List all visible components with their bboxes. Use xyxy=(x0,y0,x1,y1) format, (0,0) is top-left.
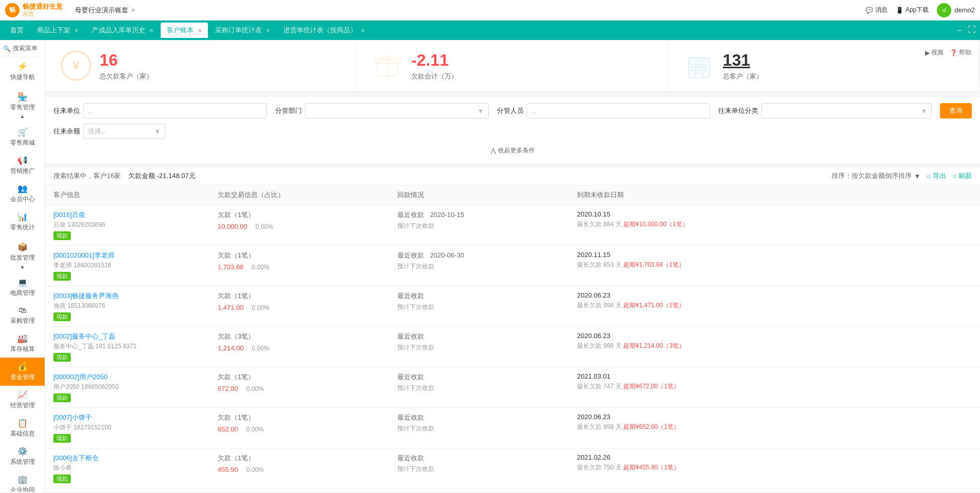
unit-class-dropdown-icon: ▼ xyxy=(920,107,927,115)
sort-selector[interactable]: 排序：按欠款金额倒序排序 ▼ xyxy=(832,171,920,181)
customer-name-link-0[interactable]: [0016]吕俊 xyxy=(53,210,218,220)
customer-info-2: [0003]畅捷服务尹海燕 海燕 18513066976 现款 xyxy=(53,291,218,321)
refresh-icon: ○ xyxy=(952,172,956,180)
tab-home[interactable]: 首页 xyxy=(4,23,30,38)
svg-text:¥: ¥ xyxy=(72,58,80,72)
sidebar-item-basic-info[interactable]: 📋 基础信息 xyxy=(0,414,45,442)
sidebar-item-quick-nav-label: 快捷导航 xyxy=(10,73,35,82)
sidebar-item-retail-mgmt[interactable]: 🏪 零售管理 ▲ xyxy=(0,88,45,123)
customer-info-5: [0007]小饼干 小饼干 18279152100 现款 xyxy=(53,413,218,443)
recovery-info-4: 最近收款 预计下次收款 xyxy=(397,372,577,392)
customer-name-link-4[interactable]: [000002]用户2050 xyxy=(53,372,218,382)
overdue-info-3: 2020.06.23 最长欠款 998 天 超期¥1,214.00（3笔） xyxy=(577,332,972,350)
collapse-btn[interactable]: ⋀ 收起更多条件 xyxy=(53,144,972,157)
query-button[interactable]: 查询 xyxy=(940,103,972,119)
sidebar-item-operations-label: 经营管理 xyxy=(10,401,35,410)
overdue-link-5[interactable]: 超期¥652.00（1笔） xyxy=(623,423,680,430)
help-btn[interactable]: ❓ 帮助 xyxy=(950,48,971,57)
tab-product-history[interactable]: 产成品入库单历史 ✕ xyxy=(86,23,160,38)
user-area[interactable]: d demo2 xyxy=(937,3,975,17)
overdue-link-1[interactable]: 超期¥1,703.68（1笔） xyxy=(623,261,685,268)
balance-select[interactable]: 选择... ▼ xyxy=(83,124,165,139)
debt-info-5: 欠款（1笔） 652.00 0.00% xyxy=(218,413,397,433)
svg-rect-6 xyxy=(691,61,696,65)
refresh-label: 刷新 xyxy=(958,171,972,181)
export-btn[interactable]: ○ 导出 xyxy=(927,171,946,181)
sidebar-item-operations[interactable]: 📈 经营管理 xyxy=(0,386,45,414)
svg-rect-11 xyxy=(703,67,707,71)
sidebar-item-member-label: 会员中心 xyxy=(10,195,35,204)
customer-name-link-1[interactable]: [0001020001]李老师 xyxy=(53,251,218,260)
customer-tag-0: 现款 xyxy=(53,231,71,240)
refresh-btn[interactable]: ○ 刷新 xyxy=(952,171,972,181)
balance-placeholder: 选择... xyxy=(88,127,107,136)
customer-name-link-5[interactable]: [0007]小饼干 xyxy=(53,413,218,422)
debt-percent-4: 0.00% xyxy=(246,385,264,392)
sidebar-item-retail-stat[interactable]: 📊 零售统计 xyxy=(0,208,45,236)
overdue-detail-3: 最长欠款 998 天 超期¥1,214.00（3笔） xyxy=(577,342,972,350)
sort-dropdown-icon: ▼ xyxy=(914,172,920,180)
source-unit-input[interactable]: ... xyxy=(83,103,267,119)
sidebar-item-purchase[interactable]: 🛍 采购管理 xyxy=(0,302,45,329)
sidebar-item-finance[interactable]: 💰 资金管理 xyxy=(0,358,45,386)
data-table: 客户信息 欠款交易信息（占比） 回款情况 到期未收款日期 [0016]吕俊 吕俊… xyxy=(45,185,980,492)
tab-purchase-order[interactable]: 采购订单统计表 ✕ xyxy=(209,23,276,38)
overdue-link-2[interactable]: 超期¥1,471.00（1笔） xyxy=(623,302,685,309)
sidebar-item-quick-nav[interactable]: ⚡ 快捷导航 xyxy=(0,57,45,86)
tab-import-stat[interactable]: 进货单统计表（按商品） ✕ xyxy=(277,23,371,38)
customer-name-link-3[interactable]: [0002]服务中心_丁磊 xyxy=(53,332,218,341)
app-download-btn[interactable]: 📱 App下载 xyxy=(896,6,929,14)
last-payment-0: 最近收款 2020-10-15 xyxy=(397,210,577,220)
minimize-icon[interactable]: － xyxy=(955,25,964,36)
stat-label-debt-customers: 总欠款客户（家） xyxy=(100,72,153,81)
expand-icon: ▲ xyxy=(20,113,25,119)
sidebar-item-retail-shop[interactable]: 🛒 零售商城 xyxy=(0,123,45,151)
tab-close-icon[interactable]: ✕ xyxy=(149,28,153,33)
maximize-icon[interactable]: ⛶ xyxy=(968,25,976,36)
stat-number-total-customers[interactable]: 131 xyxy=(723,51,763,70)
stat-card-debt-customers: ¥ 16 总欠款客户（家） xyxy=(45,40,357,91)
results-right: 排序：按欠款金额倒序排序 ▼ ○ 导出 ○ 刷新 xyxy=(832,171,972,181)
nav-tabs: 首页 商品上下架 ✕ 产成品入库单历史 ✕ 客户账本 ✕ 采购订单统计表 ✕ 进… xyxy=(0,21,980,40)
last-payment-4: 最近收款 xyxy=(397,372,577,382)
sidebar-item-system[interactable]: ⚙️ 系统管理 xyxy=(0,442,45,470)
overdue-link-6[interactable]: 超期¥455.90（1笔） xyxy=(623,464,680,471)
overdue-link-3[interactable]: 超期¥1,214.00（3笔） xyxy=(623,342,685,349)
customer-name-link-2[interactable]: [0003]畅捷服务尹海燕 xyxy=(53,291,218,301)
sidebar-item-batch-mgmt[interactable]: 📦 批发管理 ▲ xyxy=(0,238,45,273)
sidebar-item-enterprise[interactable]: 🏢 企业协同 xyxy=(0,470,45,492)
table-row: [000001]黄思源 黄思源 13552700226 现款 欠款（1笔） 42… xyxy=(45,489,980,492)
video-btn[interactable]: ▶ 视频 xyxy=(925,48,944,57)
sidebar-item-ecommerce[interactable]: 💻 电商管理 xyxy=(0,273,45,302)
tab-close-icon[interactable]: ✕ xyxy=(198,28,202,33)
sidebar-item-basic-info-label: 基础信息 xyxy=(10,429,35,438)
sidebar-search-label: 搜索菜单 xyxy=(13,44,37,53)
member-icon: 👥 xyxy=(17,184,28,193)
customer-tag-6: 现款 xyxy=(53,475,71,483)
sidebar-item-marketing[interactable]: 📢 营销推广 xyxy=(0,151,45,180)
overdue-link-4[interactable]: 超期¥672.00（1笔） xyxy=(623,383,680,390)
tab-close-icon[interactable]: ✕ xyxy=(361,28,365,33)
message-btn[interactable]: 💬 消息 xyxy=(866,6,888,14)
unit-class-select[interactable]: ▼ xyxy=(761,103,932,119)
last-payment-6: 最近收款 xyxy=(397,453,577,463)
sidebar-search[interactable]: 🔍 搜索菜单 xyxy=(0,40,45,57)
company-selector[interactable]: 母婴行业演示账套 ▼ xyxy=(75,6,136,15)
tab-close-icon[interactable]: ✕ xyxy=(266,28,270,33)
table-row: [000002]用户2050 用户2050 18665062050 现款 欠款（… xyxy=(45,367,980,408)
person-input[interactable]: ... xyxy=(527,103,710,119)
due-date-4: 2021.03.01 xyxy=(577,372,972,380)
customer-info-6: [0006]去下粮仓 陈小希 现款 xyxy=(53,453,218,483)
balance-dropdown-icon: ▼ xyxy=(154,128,161,135)
sidebar-item-member[interactable]: 👥 会员中心 xyxy=(0,180,45,208)
customer-name-link-6[interactable]: [0006]去下粮仓 xyxy=(53,453,218,463)
sidebar-item-inventory[interactable]: 🏭 库存核算 xyxy=(0,329,45,358)
message-icon: 💬 xyxy=(866,7,873,14)
tab-product-on-off[interactable]: 商品上下架 ✕ xyxy=(31,23,85,38)
dept-select[interactable]: ▼ xyxy=(305,103,489,119)
tab-close-icon[interactable]: ✕ xyxy=(74,28,79,33)
debt-label-3: 欠款（3笔） xyxy=(218,332,397,341)
tab-customer-account[interactable]: 客户账本 ✕ xyxy=(161,23,208,38)
debt-row-0: 10,000.00 0.00% xyxy=(218,222,397,230)
overdue-link-0[interactable]: 超期¥10,000.00（1笔） xyxy=(623,221,688,228)
